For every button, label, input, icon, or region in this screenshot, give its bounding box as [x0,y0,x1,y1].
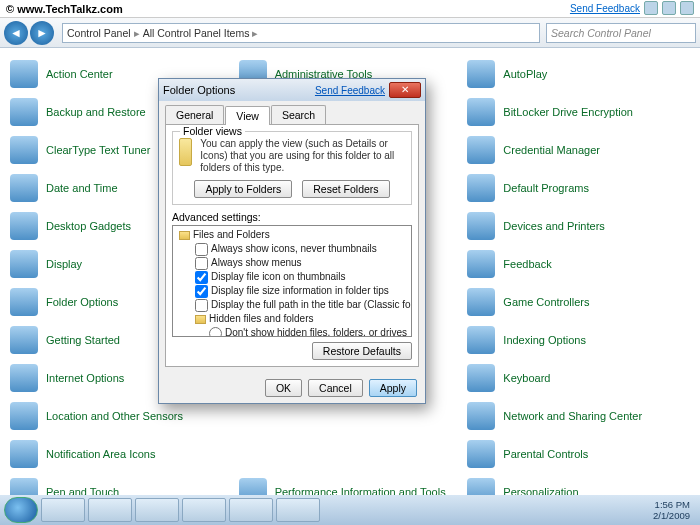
close-icon[interactable] [680,1,694,15]
item-label: Keyboard [503,372,550,384]
taskbar-item[interactable] [88,498,132,522]
control-panel-item[interactable]: Notification Area Icons [10,436,233,472]
app-icon [467,364,495,392]
tree-option[interactable]: Display file size information in folder … [175,284,409,298]
taskbar-item[interactable] [135,498,179,522]
checkbox-input[interactable] [195,299,208,312]
folder-icon [179,231,190,240]
dialog-title: Folder Options [163,84,235,96]
advanced-settings-label: Advanced settings: [172,211,412,223]
item-label: Date and Time [46,182,118,194]
item-label: Network and Sharing Center [503,410,642,422]
checkbox-input[interactable] [195,285,208,298]
tray-clock[interactable]: 1:56 PM 2/1/2009 [653,499,696,521]
chevron-right-icon: ▸ [134,27,140,39]
control-panel-item[interactable]: Devices and Printers [467,208,690,244]
dialog-buttons: OK Cancel Apply [159,373,425,403]
ok-button[interactable]: OK [265,379,302,397]
control-panel-item[interactable]: Default Programs [467,170,690,206]
app-icon [467,136,495,164]
radio-input[interactable] [209,327,222,337]
item-label: Devices and Printers [503,220,605,232]
control-panel-item[interactable]: Parental Controls [467,436,690,472]
control-panel-item[interactable]: BitLocker Drive Encryption [467,94,690,130]
max-icon[interactable] [662,1,676,15]
app-icon [467,288,495,316]
app-icon [10,440,38,468]
app-icon [467,326,495,354]
tree-option[interactable]: Display file icon on thumbnails [175,270,409,284]
app-icon [10,250,38,278]
start-button[interactable] [4,497,38,523]
tree-subheader: Hidden files and folders [175,312,409,326]
control-panel-item[interactable]: Game Controllers [467,284,690,320]
taskbar-item[interactable] [182,498,226,522]
send-feedback-link[interactable]: Send Feedback [570,3,640,14]
dialog-close-button[interactable]: ✕ [389,82,421,98]
item-label: Internet Options [46,372,124,384]
taskbar-item[interactable] [41,498,85,522]
tab-view-body: Folder views You can apply the view (suc… [165,124,419,367]
breadcrumb-part[interactable]: All Control Panel Items [143,27,250,39]
min-icon[interactable] [644,1,658,15]
restore-defaults-button[interactable]: Restore Defaults [312,342,412,360]
item-label: BitLocker Drive Encryption [503,106,633,118]
taskbar-item[interactable] [276,498,320,522]
tree-option[interactable]: Always show icons, never thumbnails [175,242,409,256]
tab-general[interactable]: General [165,105,224,124]
item-label: Backup and Restore [46,106,146,118]
control-panel-item[interactable]: Keyboard [467,360,690,396]
item-label: Credential Manager [503,144,600,156]
control-panel-item[interactable]: Network and Sharing Center [467,398,690,434]
checkbox-input[interactable] [195,257,208,270]
apply-to-folders-button[interactable]: Apply to Folders [194,180,292,198]
checkbox-input[interactable] [195,271,208,284]
dialog-feedback-link[interactable]: Send Feedback [315,85,385,96]
app-icon [467,174,495,202]
tab-view[interactable]: View [225,106,270,125]
item-label: AutoPlay [503,68,547,80]
app-icon [467,212,495,240]
search-input[interactable]: Search Control Panel [546,23,696,43]
control-panel-item[interactable]: Credential Manager [467,132,690,168]
app-icon [467,250,495,278]
back-button[interactable]: ◄ [4,21,28,45]
taskbar-item[interactable] [229,498,273,522]
item-label: Feedback [503,258,551,270]
breadcrumb-part[interactable]: Control Panel [67,27,131,39]
item-label: Action Center [46,68,113,80]
tab-search[interactable]: Search [271,105,326,124]
clock-time: 1:56 PM [653,499,690,510]
control-panel-item[interactable]: Feedback [467,246,690,282]
app-icon [10,174,38,202]
folder-icon [179,138,192,166]
folder-icon [195,315,206,324]
watermark-bar: © www.TechTalkz.com Send Feedback [0,0,700,18]
item-label: Default Programs [503,182,589,194]
control-panel-item[interactable]: Indexing Options [467,322,690,358]
app-icon [10,136,38,164]
checkbox-input[interactable] [195,243,208,256]
app-icon [10,288,38,316]
item-label: Display [46,258,82,270]
tree-option[interactable]: Always show menus [175,256,409,270]
folder-views-text: You can apply the view (such as Details … [200,138,405,174]
reset-folders-button[interactable]: Reset Folders [302,180,389,198]
item-label: Getting Started [46,334,120,346]
forward-button[interactable]: ► [30,21,54,45]
app-icon [10,402,38,430]
apply-button[interactable]: Apply [369,379,417,397]
dialog-tabs: General View Search [159,101,425,124]
control-panel-item[interactable]: AutoPlay [467,56,690,92]
dialog-titlebar: Folder Options Send Feedback ✕ [159,79,425,101]
tree-root: Files and Folders [175,228,409,242]
tree-option[interactable]: Don't show hidden files, folders, or dri… [175,326,409,337]
app-icon [467,60,495,88]
app-icon [10,326,38,354]
advanced-settings-tree[interactable]: Files and FoldersAlways show icons, neve… [172,225,412,337]
breadcrumb[interactable]: Control Panel▸ All Control Panel Items▸ [62,23,540,43]
folder-views-group: Folder views You can apply the view (suc… [172,131,412,205]
tree-option[interactable]: Display the full path in the title bar (… [175,298,409,312]
app-icon [467,440,495,468]
cancel-button[interactable]: Cancel [308,379,363,397]
